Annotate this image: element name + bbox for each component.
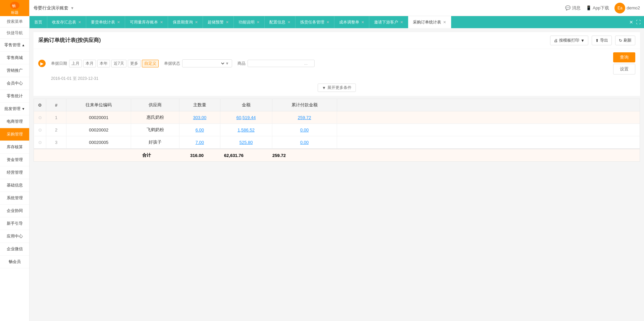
row-amount[interactable]: 60,519.44 bbox=[220, 111, 272, 124]
col-no: # bbox=[46, 99, 66, 111]
tab-close-icon[interactable]: ✕ bbox=[361, 20, 364, 24]
row-qty[interactable]: 7.00 bbox=[179, 136, 220, 149]
data-table: ⚙ # 往来单位编码 供应商 主数量 金额 累计付款金额 ⊙ 1 0002000… bbox=[34, 99, 640, 149]
sidebar-item-purchase[interactable]: 采购管理 bbox=[0, 128, 29, 141]
tab-close-icon[interactable]: ✕ bbox=[117, 20, 120, 24]
tab-config-info[interactable]: 配置信息 ✕ bbox=[265, 16, 296, 28]
status-filter-label: 单据状态 bbox=[164, 61, 180, 66]
refresh-button[interactable]: ↻ 刷新 bbox=[615, 36, 635, 45]
sidebar-item-label: 零售管理 bbox=[4, 42, 20, 48]
tab-purchase-stats[interactable]: 采购订单统计表 ✕ bbox=[408, 16, 451, 28]
tab-close-icon[interactable]: ✕ bbox=[160, 20, 163, 24]
query-button[interactable]: 查询 bbox=[613, 52, 635, 62]
workspace-name: 母婴行业演示账套 bbox=[34, 5, 68, 11]
tab-close-icon[interactable]: ✕ bbox=[226, 20, 229, 24]
col-settings[interactable]: ⚙ bbox=[34, 99, 46, 111]
sidebar-item-operations[interactable]: 经营管理 bbox=[0, 166, 29, 179]
shortcut-this-month[interactable]: 本月 bbox=[83, 60, 96, 67]
shortcut-this-year[interactable]: 本年 bbox=[97, 60, 110, 67]
tab-expand-icon[interactable]: ⛶ bbox=[636, 19, 641, 25]
shortcut-last-month[interactable]: 上月 bbox=[69, 60, 82, 67]
sidebar-item-marketing[interactable]: 营销推广 bbox=[0, 64, 29, 77]
row-settings-icon[interactable]: ⊙ bbox=[34, 111, 46, 124]
tab-available-inventory[interactable]: 可用量库存账本 ✕ bbox=[125, 16, 168, 28]
tab-label: 超储预警 bbox=[208, 19, 224, 25]
row-qty[interactable]: 6.00 bbox=[179, 124, 220, 136]
shortcut-more[interactable]: 更多 bbox=[128, 60, 141, 67]
row-supplier: 飞鹤奶粉 bbox=[131, 124, 179, 136]
tab-label: 配置信息 bbox=[269, 19, 285, 25]
tab-close-icon[interactable]: ✕ bbox=[78, 20, 81, 24]
user-menu[interactable]: Ea demo2 bbox=[614, 3, 640, 13]
settings-button[interactable]: 设置 bbox=[613, 64, 635, 74]
tab-close-icon-active[interactable]: ✕ bbox=[443, 20, 446, 24]
row-num: 3 bbox=[46, 136, 66, 149]
footer-label: 合计 bbox=[113, 152, 180, 158]
tab-end-actions: ✕ ⛶ bbox=[626, 19, 644, 25]
sidebar-item-ecommerce[interactable]: 电商管理 bbox=[0, 115, 29, 128]
sidebar-item-enterprise-wechat[interactable]: 企业微信 bbox=[0, 243, 29, 256]
data-table-container: ⚙ # 往来单位编码 供应商 主数量 金额 累计付款金额 ⊙ 1 0002000… bbox=[34, 99, 640, 162]
sidebar-quick-nav[interactable]: 快捷导航 bbox=[0, 28, 29, 39]
col-supplier: 供应商 bbox=[131, 99, 179, 111]
tab-label: 成本调整单 bbox=[339, 19, 359, 25]
tab-order-stats[interactable]: 要货单统计表 ✕ bbox=[86, 16, 125, 28]
sidebar-item-retail-stats[interactable]: 零售统计 bbox=[0, 90, 29, 103]
template-print-button[interactable]: 🖨 按模板打印 ▼ bbox=[550, 36, 588, 45]
tab-picking-task[interactable]: 拣货任务管理 ✕ bbox=[296, 16, 334, 28]
row-settings-icon[interactable]: ⊙ bbox=[34, 136, 46, 149]
tab-stock-summary[interactable]: 收发存汇总表 ✕ bbox=[47, 16, 86, 28]
row-amount[interactable]: 1,586.52 bbox=[220, 124, 272, 136]
row-paid[interactable]: 0.00 bbox=[272, 124, 337, 136]
goods-search-input[interactable] bbox=[251, 61, 304, 66]
tab-close-icon[interactable]: ✕ bbox=[195, 20, 198, 24]
tab-home[interactable]: 首页 bbox=[30, 16, 47, 28]
tab-expiry-query[interactable]: 保质期查询 ✕ bbox=[168, 16, 203, 28]
col-qty: 主数量 bbox=[179, 99, 220, 111]
tab-cost-adjust[interactable]: 成本调整单 ✕ bbox=[334, 16, 369, 28]
status-dropdown[interactable]: ▼ bbox=[182, 59, 232, 67]
goods-more-icon[interactable]: … bbox=[304, 61, 308, 65]
sidebar-item-newbie[interactable]: 新手引导 bbox=[0, 217, 29, 230]
date-custom-badge[interactable]: 自定义 bbox=[142, 60, 159, 67]
tab-close-icon[interactable]: ✕ bbox=[326, 20, 329, 24]
expand-more-button[interactable]: ▼ 展开更多条件 bbox=[318, 84, 356, 92]
tab-close-icon[interactable]: ✕ bbox=[287, 20, 290, 24]
sidebar-item-wholesale[interactable]: 批发管理 ▼ bbox=[0, 103, 29, 115]
tab-close-all-icon[interactable]: ✕ bbox=[629, 19, 633, 25]
tab-function-desc[interactable]: 功能说明 ✕ bbox=[234, 16, 265, 28]
sidebar-item-system[interactable]: 系统管理 bbox=[0, 192, 29, 205]
expand-down-icon: ▼ bbox=[322, 86, 326, 90]
row-amount[interactable]: 525.80 bbox=[220, 136, 272, 149]
tab-label: 采购订单统计表 bbox=[413, 19, 441, 25]
tab-overstock-warning[interactable]: 超储预警 ✕ bbox=[203, 16, 234, 28]
row-paid[interactable]: 0.00 bbox=[272, 136, 337, 149]
filter-toggle-button[interactable]: ▶ bbox=[38, 60, 46, 67]
sidebar-search-menu[interactable]: 搜索菜单 bbox=[0, 16, 29, 28]
status-select[interactable] bbox=[185, 61, 225, 66]
sidebar-item-member[interactable]: 会员中心 bbox=[0, 77, 29, 90]
app-download-button[interactable]: 📱 App下载 bbox=[586, 5, 609, 11]
tab-close-icon[interactable]: ✕ bbox=[257, 20, 260, 24]
sidebar-item-basic[interactable]: 基础信息 bbox=[0, 179, 29, 192]
refresh-icon: ↻ bbox=[619, 38, 622, 43]
sidebar-item-retail[interactable]: 零售管理 ▲ bbox=[0, 39, 29, 52]
sidebar-item-app-center[interactable]: 应用中心 bbox=[0, 230, 29, 243]
tab-close-icon[interactable]: ✕ bbox=[400, 20, 403, 24]
row-paid[interactable]: 259.72 bbox=[272, 111, 337, 124]
sidebar-item-inventory[interactable]: 库存核算 bbox=[0, 141, 29, 154]
sidebar-item-finance[interactable]: 资金管理 bbox=[0, 154, 29, 166]
row-qty[interactable]: 303.00 bbox=[179, 111, 220, 124]
message-button[interactable]: 💬 消息 bbox=[565, 5, 581, 11]
topbar: 母婴行业演示账套 ▼ 💬 消息 📱 App下载 Ea demo2 bbox=[30, 0, 644, 16]
row-settings-icon[interactable]: ⊙ bbox=[34, 124, 46, 136]
tab-invite-customer[interactable]: 邀请下游客户 ✕ bbox=[369, 16, 408, 28]
goods-input-wrapper[interactable]: … bbox=[248, 60, 315, 67]
export-button[interactable]: ⬆ 导出 bbox=[592, 36, 612, 45]
sidebar-item-vip[interactable]: 畅会员 bbox=[0, 256, 29, 268]
sidebar-item-retail-mall[interactable]: 零售商城 bbox=[0, 52, 29, 64]
shortcut-7days[interactable]: 近7天 bbox=[111, 60, 126, 67]
workspace-selector[interactable]: 母婴行业演示账套 ▼ bbox=[34, 5, 74, 11]
sidebar-item-enterprise[interactable]: 企业协同 bbox=[0, 205, 29, 217]
filter-goods-field: 商品 … bbox=[237, 60, 315, 67]
